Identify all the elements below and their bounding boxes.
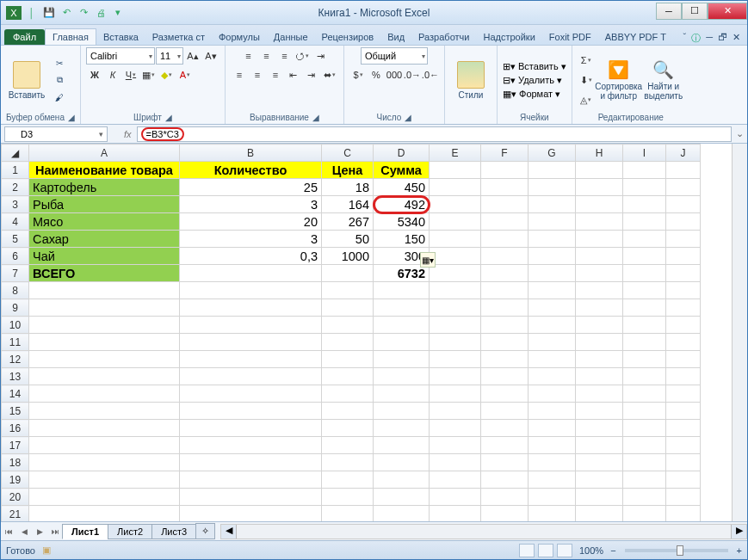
cell-C4[interactable]: 267 xyxy=(322,213,374,231)
cell-E8[interactable] xyxy=(430,282,481,299)
cell-B21[interactable] xyxy=(180,506,322,522)
format-painter-icon[interactable]: 🖌 xyxy=(51,89,68,105)
number-format-combo[interactable]: Общий xyxy=(361,47,428,65)
cell-I17[interactable] xyxy=(623,437,666,454)
row-header-16[interactable]: 16 xyxy=(2,420,29,437)
cell-J19[interactable] xyxy=(666,471,701,489)
cell-G5[interactable] xyxy=(529,231,576,248)
row-header-7[interactable]: 7 xyxy=(2,265,29,282)
cell-F10[interactable] xyxy=(481,317,529,334)
cell-C3[interactable]: 164 xyxy=(322,196,374,213)
row-header-17[interactable]: 17 xyxy=(2,437,29,454)
cell-E13[interactable] xyxy=(430,368,481,385)
cell-F7[interactable] xyxy=(481,265,529,282)
cell-C5[interactable]: 50 xyxy=(322,231,374,248)
cell-H4[interactable] xyxy=(576,213,623,231)
select-all-corner[interactable]: ◢ xyxy=(2,145,29,162)
bold-button[interactable]: Ж xyxy=(86,66,103,83)
cell-G11[interactable] xyxy=(529,334,576,351)
sort-filter-button[interactable]: 🔽 Сортировка и фильтр xyxy=(598,59,640,101)
cell-B6[interactable]: 0,3 xyxy=(180,248,322,265)
cell-C6[interactable]: 1000 xyxy=(322,248,374,265)
align-right-icon[interactable]: ≡ xyxy=(267,66,284,83)
horizontal-scrollbar[interactable]: ◀ ▶ xyxy=(220,524,747,539)
cell-E6[interactable] xyxy=(430,248,481,265)
cell-A17[interactable] xyxy=(29,437,180,454)
cell-E14[interactable] xyxy=(430,385,481,403)
format-cells-button[interactable]: ▦▾ Формат ▾ xyxy=(503,89,566,100)
cell-A5[interactable]: Сахар xyxy=(29,231,180,248)
cell-J18[interactable] xyxy=(666,454,701,471)
cell-B13[interactable] xyxy=(180,368,322,385)
cell-B2[interactable]: 25 xyxy=(180,179,322,196)
cell-C21[interactable] xyxy=(322,506,374,522)
cell-G15[interactable] xyxy=(529,403,576,420)
row-header-19[interactable]: 19 xyxy=(2,471,29,489)
cell-A1[interactable]: Наименование товара xyxy=(29,162,180,179)
cell-D3[interactable]: 492 xyxy=(374,196,430,213)
align-center-icon[interactable]: ≡ xyxy=(249,66,266,83)
zoom-slider[interactable] xyxy=(625,549,728,552)
cell-F1[interactable] xyxy=(481,162,529,179)
cell-C19[interactable] xyxy=(322,471,374,489)
cell-H13[interactable] xyxy=(576,368,623,385)
window-min-icon[interactable]: ─ xyxy=(706,32,713,45)
row-header-2[interactable]: 2 xyxy=(2,179,29,196)
cell-G16[interactable] xyxy=(529,420,576,437)
cell-E3[interactable] xyxy=(430,196,481,213)
cell-I18[interactable] xyxy=(623,454,666,471)
cell-G13[interactable] xyxy=(529,368,576,385)
cell-D14[interactable] xyxy=(374,385,430,403)
cell-B5[interactable]: 3 xyxy=(180,231,322,248)
fill-color-button[interactable]: ◆ xyxy=(158,66,176,83)
cell-E11[interactable] xyxy=(430,334,481,351)
cell-B4[interactable]: 20 xyxy=(180,213,322,231)
cell-B12[interactable] xyxy=(180,351,322,368)
row-header-12[interactable]: 12 xyxy=(2,351,29,368)
cell-J11[interactable] xyxy=(666,334,701,351)
percent-format-icon[interactable]: % xyxy=(368,66,385,83)
col-header-A[interactable]: A xyxy=(29,145,180,162)
row-header-20[interactable]: 20 xyxy=(2,489,29,506)
cell-D9[interactable] xyxy=(374,299,430,317)
cell-F21[interactable] xyxy=(481,506,529,522)
cell-I6[interactable] xyxy=(623,248,666,265)
cell-I10[interactable] xyxy=(623,317,666,334)
name-box[interactable]: D3 xyxy=(4,126,108,142)
cell-A14[interactable] xyxy=(29,385,180,403)
cell-G3[interactable] xyxy=(529,196,576,213)
row-header-9[interactable]: 9 xyxy=(2,299,29,317)
cell-E18[interactable] xyxy=(430,454,481,471)
cell-H7[interactable] xyxy=(576,265,623,282)
dialog-launcher-icon[interactable]: ◢ xyxy=(312,113,319,122)
tab-addins[interactable]: Надстройки xyxy=(476,29,541,45)
cell-I9[interactable] xyxy=(623,299,666,317)
cell-I20[interactable] xyxy=(623,489,666,506)
decrease-indent-icon[interactable]: ⇤ xyxy=(285,66,302,83)
cell-A11[interactable] xyxy=(29,334,180,351)
cell-J8[interactable] xyxy=(666,282,701,299)
zoom-level[interactable]: 100% xyxy=(579,545,603,556)
insert-cells-button[interactable]: ⊞▾ Вставить ▾ xyxy=(503,61,566,72)
row-header-18[interactable]: 18 xyxy=(2,454,29,471)
cell-F18[interactable] xyxy=(481,454,529,471)
prev-sheet-button[interactable]: ◀ xyxy=(16,524,32,539)
row-header-10[interactable]: 10 xyxy=(2,317,29,334)
cell-I8[interactable] xyxy=(623,282,666,299)
tab-abbyy[interactable]: ABBYY PDF Т xyxy=(598,29,673,45)
cell-D4[interactable]: 5340 xyxy=(374,213,430,231)
cell-E5[interactable] xyxy=(430,231,481,248)
cell-I11[interactable] xyxy=(623,334,666,351)
first-sheet-button[interactable]: ⏮ xyxy=(1,524,16,539)
cell-G18[interactable] xyxy=(529,454,576,471)
cell-J6[interactable] xyxy=(666,248,701,265)
cell-C17[interactable] xyxy=(322,437,374,454)
minimize-ribbon-icon[interactable]: ˇ xyxy=(683,32,687,45)
tab-home[interactable]: Главная xyxy=(45,28,96,45)
cell-E20[interactable] xyxy=(430,489,481,506)
cell-D12[interactable] xyxy=(374,351,430,368)
cell-J2[interactable] xyxy=(666,179,701,196)
window-restore-icon[interactable]: 🗗 xyxy=(718,32,727,45)
undo-icon[interactable]: ↶ xyxy=(59,6,73,20)
cell-B20[interactable] xyxy=(180,489,322,506)
